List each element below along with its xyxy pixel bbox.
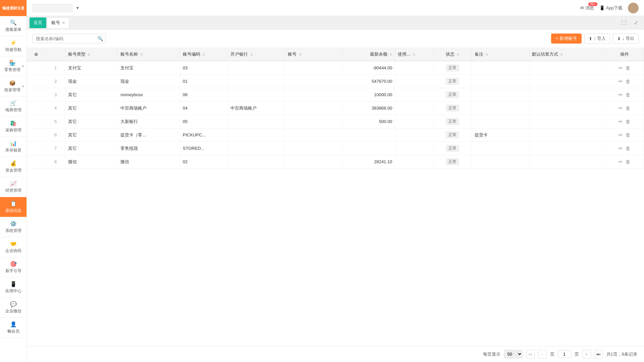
col-default-header[interactable]: 默认结算方式 ⇅ xyxy=(529,48,605,61)
sidebar-item-label: 系统管理 xyxy=(5,228,21,234)
edit-button-4[interactable]: ✏ xyxy=(619,119,623,125)
page-size-select[interactable]: 50 100 200 xyxy=(504,350,523,358)
search-input[interactable] xyxy=(33,35,95,43)
tab-expand-button[interactable]: ⛶ xyxy=(619,17,629,28)
sidebar-item-inventory[interactable]: 📊 库存核算 xyxy=(0,137,26,157)
sidebar-item-new-guide[interactable]: 🎯 新手引导 xyxy=(0,257,26,278)
search-button[interactable]: 🔍 xyxy=(95,34,106,43)
add-account-button[interactable]: + 新增账号 xyxy=(551,34,582,44)
tab-home[interactable]: 首页 xyxy=(30,17,46,28)
edit-button-6[interactable]: ✏ xyxy=(619,145,623,152)
row-name-6: 零售抵现 xyxy=(118,142,180,155)
sidebar-item-operations-mgmt[interactable]: 📈 经营管理 xyxy=(0,177,26,197)
col-account-label: 账号 xyxy=(288,52,297,57)
col-bank-label: 开户银行 xyxy=(230,52,248,57)
last-page-button[interactable]: ⏭ xyxy=(594,350,603,359)
col-status-label: 状态 xyxy=(446,52,454,57)
sidebar-item-system-mgmt[interactable]: ⚙️ 系统管理 xyxy=(0,217,26,237)
row-balance-2: 10000.00 xyxy=(342,88,395,102)
row-remark-3 xyxy=(472,102,529,115)
delete-button-7[interactable]: 🗑 xyxy=(626,159,631,165)
row-ops-0: ✏ 🗑 xyxy=(605,61,644,75)
row-account-2 xyxy=(285,88,342,102)
page-input[interactable] xyxy=(558,350,571,358)
delete-button-5[interactable]: 🗑 xyxy=(626,132,631,138)
row-name-1: 现金 xyxy=(118,75,180,88)
app-center-icon: 📱 xyxy=(10,281,17,287)
sidebar-item-capital-mgmt[interactable]: 💰 资金管理 xyxy=(0,157,26,177)
delete-button-3[interactable]: 🗑 xyxy=(626,105,631,111)
col-gear[interactable]: ⚙ xyxy=(27,48,46,61)
edit-button-7[interactable]: ✏ xyxy=(619,159,623,165)
top-header: ▾ ✉ 消息 99+ 📱 App下载 xyxy=(27,0,644,16)
dropdown-arrow-icon: ▾ xyxy=(76,5,79,10)
col-type-header[interactable]: 账号类型 ⇅ xyxy=(65,48,118,61)
tab-home-label: 首页 xyxy=(34,20,42,26)
row-type-3: 其它 xyxy=(65,102,118,115)
header-search-input[interactable] xyxy=(32,4,72,12)
col-remark-header[interactable]: 备注 ⇅ xyxy=(472,48,529,61)
col-use-header[interactable]: 使用... ⇅ xyxy=(395,48,433,61)
row-ops-1: ✏ 🗑 xyxy=(605,75,644,88)
sidebar-item-basic-info[interactable]: 📋 基础信息 xyxy=(0,197,26,217)
row-gear-1 xyxy=(27,75,46,88)
tab-close-icon[interactable]: ✕ xyxy=(62,21,65,25)
sidebar-item-ecommerce-mgmt[interactable]: 🛒 电商管理 xyxy=(0,97,26,117)
col-status-header[interactable]: 状态 ⇅ xyxy=(433,48,472,61)
row-remark-4 xyxy=(472,115,529,128)
header-dropdown[interactable]: ▾ xyxy=(76,5,79,10)
sort-icon: ⇅ xyxy=(560,53,563,56)
row-type-7: 微信 xyxy=(65,155,118,169)
sidebar-item-purchase-mgmt[interactable]: 🛍️ 采购管理 xyxy=(0,117,26,137)
delete-button-6[interactable]: 🗑 xyxy=(626,145,631,151)
sidebar-item-search-menu[interactable]: 🔍 搜索菜单 xyxy=(0,16,26,36)
delete-button-0[interactable]: 🗑 xyxy=(626,65,631,71)
sidebar-item-quick-nav[interactable]: ⚡ 快捷导航 xyxy=(0,36,26,56)
status-badge-7: 正常 xyxy=(446,158,459,165)
tab-accounts[interactable]: 账号 ✕ xyxy=(47,17,69,28)
row-status-5: 正常 xyxy=(433,128,472,142)
edit-button-1[interactable]: ✏ xyxy=(619,78,623,84)
first-page-button[interactable]: ⏮ xyxy=(526,350,535,359)
sidebar-item-wholesale-mgmt[interactable]: 📦 批发管理 ▾ xyxy=(0,76,26,97)
col-name-header[interactable]: 账号名称 ⇅ xyxy=(118,48,180,61)
status-badge-0: 正常 xyxy=(446,64,459,71)
per-page-label: 每页显示 xyxy=(483,351,500,357)
prev-page-button[interactable]: ‹ xyxy=(538,350,547,359)
app-download-button[interactable]: 📱 App下载 xyxy=(599,5,623,11)
row-gear-5 xyxy=(27,128,46,142)
delete-button-1[interactable]: 🗑 xyxy=(626,78,631,84)
export-label: ↓ 导出 xyxy=(622,36,634,42)
messages-button[interactable]: ✉ 消息 99+ xyxy=(580,5,594,11)
import-button[interactable]: ⬆ ↑ 导入 xyxy=(584,34,610,44)
col-ops-label: 操作 xyxy=(620,52,629,57)
sort-icon: ⇅ xyxy=(299,53,302,56)
col-bank-header[interactable]: 开户银行 ⇅ xyxy=(228,48,285,61)
next-page-button[interactable]: › xyxy=(582,350,591,359)
col-code-header[interactable]: 账号编码 ⇅ xyxy=(180,48,228,61)
sidebar-item-retail-mgmt[interactable]: 🏪 零售管理 ▾ xyxy=(0,56,26,76)
total-records: 共1页，8条记录 xyxy=(606,351,637,357)
sidebar-item-member[interactable]: 👤 畅会员 xyxy=(0,318,26,338)
col-balance-header[interactable]: 最新余额 ⇅ xyxy=(342,48,395,61)
delete-button-4[interactable]: 🗑 xyxy=(626,119,631,124)
table-body: 1 支付宝 支付宝 03 -90444.00 正常 ✏ 🗑 2 现金 现金 01… xyxy=(27,61,644,169)
edit-button-2[interactable]: ✏ xyxy=(619,92,623,98)
avatar[interactable] xyxy=(628,3,639,13)
row-name-5: 提货卡（零... xyxy=(118,128,180,142)
edit-button-0[interactable]: ✏ xyxy=(619,65,623,71)
edit-button-3[interactable]: ✏ xyxy=(619,105,623,111)
row-status-6: 正常 xyxy=(433,142,472,155)
tab-fullscreen-button[interactable]: ⤢ xyxy=(631,17,641,28)
sidebar-item-enterprise-agreement[interactable]: 🤝 企业协同 xyxy=(0,237,26,257)
col-account-header[interactable]: 账号 ⇅ xyxy=(285,48,342,61)
sidebar-item-enterprise-wechat[interactable]: 💬 企业微信 xyxy=(0,298,26,318)
edit-button-5[interactable]: ✏ xyxy=(619,132,623,138)
col-ops-header: 操作 xyxy=(605,48,644,61)
sort-icon: ⇅ xyxy=(457,53,459,56)
sidebar-item-app-center[interactable]: 📱 应用中心 xyxy=(0,278,26,298)
delete-button-2[interactable]: 🗑 xyxy=(626,92,631,98)
status-badge-3: 正常 xyxy=(446,105,459,112)
export-button[interactable]: ⬇ ↓ 导出 xyxy=(613,34,639,44)
sidebar-item-label: 资金管理 xyxy=(5,168,21,173)
